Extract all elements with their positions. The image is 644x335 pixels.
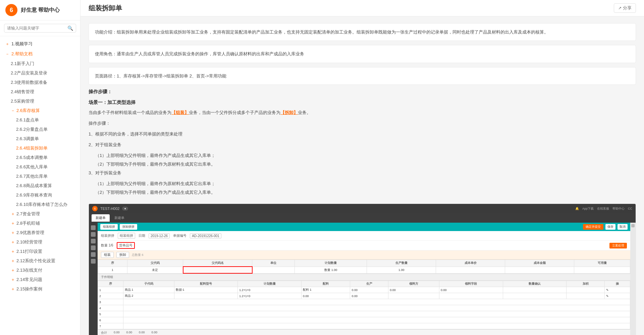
sidebar-sub-2-7[interactable]: ＋2.7资金管理 [0, 209, 80, 219]
sidebar-sub-2-4[interactable]: 2.4销售管理 [0, 87, 80, 97]
td-prod-qty: 1.00 [367, 267, 436, 273]
field-label-count: 数量 1/6 [101, 243, 113, 248]
titlebar-icon-1: 🔔 [575, 207, 579, 210]
sub-table-row: 5 [98, 311, 630, 317]
th-sub-field1: 领料方 [388, 281, 439, 287]
field-type-input[interactable]: 组装组拼 [118, 233, 135, 239]
td-seq: 1 [98, 267, 127, 273]
minus-icon-2-6: － [11, 108, 15, 114]
sidebar-sub-2-12[interactable]: ＋2.12系统个性化设置 [0, 256, 80, 266]
ops-section: 操作步骤： 场景一：加工类型选择 当由多个子件材料组装成一个成品的业务为【组装】… [89, 89, 636, 199]
th-sub-plan: 计划数量 [238, 281, 302, 287]
left-icon-3 [91, 239, 96, 243]
sidebar-sub-2-13[interactable]: ＋2.13在线支付 [0, 266, 80, 275]
mock-form-header: 组装组拼 拆卸拼拼 确定并提交 保存 取消 [98, 223, 630, 231]
sidebar-item-helpdoc[interactable]: － 2.帮助文档 [0, 49, 80, 59]
main-area: 组装拆卸单 ↗ 分享 功能介绍：组装拆卸单用来处理企业组装或拆卸等加工业务，支持… [80, 0, 644, 335]
sidebar-sub-2-6-2[interactable]: 2.6.2分量盘点单 [0, 125, 80, 134]
sidebar-sub-2-6-1[interactable]: 2.6.1盘点单 [0, 115, 80, 125]
step2: 2、对于组装业务 [89, 141, 636, 149]
mock-fields-row-2: 数量 1/6 货单品号 立案处理 [98, 241, 630, 250]
scenario1-heading: 场景一：加工类型选择 [89, 100, 636, 106]
sidebar-sub-2-5[interactable]: 2.5采购管理 [0, 97, 80, 106]
mock-upper-table-container: 序 父代码 父代码名 单位 计划数量 生产数量 成本单价 成本金额 [98, 260, 630, 274]
page-title: 组装拆卸单 [89, 4, 122, 13]
sidebar-sub-2-6-10[interactable]: 2.6.10库存账本错了怎么办 [0, 200, 80, 209]
sidebar-sub-2-1[interactable]: 2.1新手入门 [0, 59, 80, 68]
field-date-input[interactable]: 2019-12-26 [149, 233, 170, 238]
sidebar-sub-2-6-8[interactable]: 2.6.8商品成本重算 [0, 181, 80, 190]
sidebar-header: 6 好生意 帮助中心 [0, 0, 80, 20]
sidebar-sub-2-6-5[interactable]: 2.6.5成本调整单 [0, 153, 80, 162]
top-bar: 组装拆卸单 ↗ 分享 [80, 0, 644, 16]
logo-icon: 6 [5, 4, 17, 16]
mock-btn-type2[interactable]: 拆卸拼拼 [120, 224, 137, 230]
th-sub-code: 子代码 [123, 281, 174, 287]
path-text: 页面路径：1、库存核算->库存管理->组装拆卸单 2、首页->常用功能 [95, 73, 226, 78]
search-box: 🔍 [0, 20, 80, 36]
sidebar-sub-2-6-3[interactable]: 2.6.3调拨单 [0, 134, 80, 144]
sidebar-sub-2-8[interactable]: ＋2.8手机旺铺 [0, 219, 80, 228]
type-disassembly-btn[interactable]: 拆卸 [116, 252, 129, 258]
th-sub-model: 配料型号 [174, 281, 238, 287]
step3-1: （1）上部明细为父件明细，最终作为原材料生成其它出库单； [89, 179, 636, 188]
sub-table-row: 6 [98, 317, 630, 323]
sidebar-sub-2-15[interactable]: ＋2.15操作案例 [0, 284, 80, 294]
titlebar-right: 🔔 App下载 在线客服 帮助中心 CC [575, 207, 632, 211]
sidebar-sub-2-6-7[interactable]: 2.6.7其他出库单 [0, 172, 80, 181]
mock-titlebar: 6 TEST-H002 ● 🔔 App下载 在线客服 帮助中心 CC [89, 204, 636, 213]
th-sub-material: 配料 [301, 281, 350, 287]
field-label-type: 组装拼拼 [101, 233, 114, 238]
sidebar-item-videos[interactable]: ＋ 1.视频学习 [0, 39, 80, 49]
search-input[interactable] [4, 24, 76, 33]
sidebar-sub-2-3[interactable]: 2.3使用前数据准备 [0, 78, 80, 87]
left-icon-5 [91, 252, 96, 257]
left-icon-2 [91, 232, 96, 237]
share-icon: ↗ [618, 6, 622, 10]
td-parent-name [183, 267, 252, 273]
intro-block-2: 使用角色：通常由生产人员或库管人员完成拆装业务的操作，库管人员确认原材料的出库和… [89, 45, 636, 63]
mock-btn-confirm[interactable]: 确定并提交 [583, 224, 603, 230]
mock-footer-totals: 合计 0.00 0.00 0.00 0.00 [98, 329, 630, 335]
td-avail [574, 267, 630, 273]
field-label-date: 日期 [139, 233, 145, 238]
sidebar-sub-2-6[interactable]: － 2.6库存核算 [0, 106, 80, 115]
th-sub-prod: 生产 [350, 281, 388, 287]
mock-btn-cancel[interactable]: 取消 [618, 224, 628, 230]
mock-wrapper: 6 TEST-H002 ● 🔔 App下载 在线客服 帮助中心 CC [89, 204, 636, 335]
sidebar-sub-2-14[interactable]: ＋2.14常见问题 [0, 275, 80, 284]
mock-tab-2[interactable]: 新建单 [110, 214, 128, 222]
mock-type-row: 组装 拆卸 总数量 6 [98, 250, 630, 260]
footer-val4: 0.00 [152, 331, 158, 335]
sub-table-row: 4 [98, 305, 630, 311]
th-sub-seq: 序 [98, 281, 123, 287]
mock-btn-save[interactable]: 保存 [605, 224, 615, 230]
sidebar-sub-2-2[interactable]: 2.2产品安装及登录 [0, 68, 80, 78]
titlebar-left: 6 TEST-H002 ● [92, 206, 128, 211]
type-assembly-btn[interactable]: 组装 [101, 252, 114, 258]
td-plan-qty: 数量 1.00 [295, 267, 367, 273]
footer-val2: 0.00 [126, 331, 132, 335]
mock-btn-new[interactable]: 组装组拼 [100, 224, 118, 230]
search-button[interactable]: 🔍 [67, 25, 73, 31]
footer-label: 合计 [101, 331, 107, 335]
sidebar-sub-2-6-4[interactable]: 2.6.4组装拆卸单 [0, 144, 80, 153]
sidebar-item-label: 1.视频学习 [11, 41, 33, 47]
sidebar-sub-2-11[interactable]: ＋2.11打印设置 [0, 247, 80, 256]
table-row: 1 未定 数量 1.00 1.00 [98, 267, 630, 273]
sidebar-sub-2-6-9[interactable]: 2.6.9库存账本查询 [0, 190, 80, 200]
sidebar-sub-2-9[interactable]: ＋2.9优惠券管理 [0, 228, 80, 237]
sidebar-sub-2-10[interactable]: ＋2.10经营管理 [0, 237, 80, 247]
titlebar-icon-2: App下载 [582, 207, 594, 211]
sidebar-sub-2-6-6[interactable]: 2.6.6其他入库单 [0, 162, 80, 172]
keyword-disassembly: 【拆卸】 [280, 110, 298, 115]
plus-icon: ＋ [5, 41, 9, 47]
mock-tab-1[interactable]: 新建单 [92, 214, 110, 222]
scenario1-desc: 当由多个子件材料组装成一个成品的业务为【组装】业务，当由一个父件拆分成多个子产品… [89, 108, 636, 117]
field-no-input[interactable]: AD-20191226-001 [190, 233, 221, 238]
td-unit [252, 267, 295, 273]
share-button[interactable]: ↗ 分享 [614, 3, 636, 13]
minus-icon: － [5, 51, 9, 57]
mock-btn-apply[interactable]: 立案处理 [609, 243, 627, 248]
field-red-input[interactable]: 货单品号 [117, 242, 135, 249]
